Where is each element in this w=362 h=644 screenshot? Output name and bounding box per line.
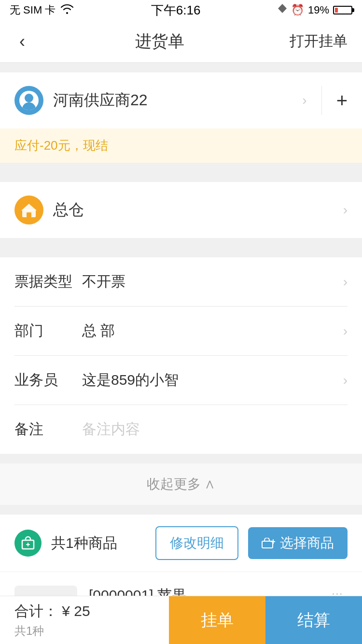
open-hang-button[interactable]: 打开挂单	[290, 31, 348, 51]
divider-3	[0, 238, 362, 248]
status-time: 下午6:16	[151, 2, 201, 19]
invoice-value: 不开票	[82, 272, 343, 292]
carrier-label: 无 SIM 卡	[10, 3, 56, 17]
wifi-icon	[60, 3, 74, 17]
invoice-row[interactable]: 票据类型 不开票 ›	[0, 257, 362, 306]
notice-text: 应付-20元，现结	[14, 138, 108, 153]
supplier-name: 河南供应商22	[53, 90, 302, 111]
staff-chevron-icon: ›	[343, 373, 348, 388]
svg-rect-2	[27, 212, 31, 217]
battery-percent: 19%	[308, 4, 329, 16]
total-label: 合计：	[14, 603, 58, 619]
battery-icon	[333, 6, 352, 14]
warehouse-section: 总仓 ›	[0, 182, 362, 238]
warehouse-icon	[14, 196, 43, 224]
bottom-bar: 合计： ¥ 25 共1种 挂单 结算	[0, 596, 362, 644]
supplier-chevron-icon: ›	[302, 93, 306, 108]
warehouse-row[interactable]: 总仓 ›	[0, 182, 362, 238]
products-header: 共1种商品 修改明细 选择商品	[0, 515, 362, 572]
total-amount: ¥ 25	[62, 603, 90, 619]
hang-button[interactable]: 挂单	[169, 596, 265, 644]
divider-2	[0, 163, 362, 172]
collapse-row[interactable]: 收起更多 ∧	[0, 463, 362, 505]
staff-row[interactable]: 业务员 这是859的小智 ›	[0, 356, 362, 405]
supplier-section: 河南供应商22 › + 应付-20元，现结	[0, 72, 362, 163]
select-product-label: 选择商品	[280, 534, 334, 552]
page-title: 进货单	[135, 30, 184, 53]
dept-value: 总 部	[82, 321, 343, 341]
collapse-label: 收起更多 ∧	[147, 475, 216, 493]
remark-input[interactable]: 备注内容	[82, 420, 348, 439]
staff-value: 这是859的小智	[82, 370, 343, 390]
dept-chevron-icon: ›	[343, 323, 348, 339]
back-button[interactable]: ‹	[14, 27, 30, 56]
notice-bar: 应付-20元，现结	[0, 128, 362, 163]
dept-row[interactable]: 部门 总 部 ›	[0, 307, 362, 355]
location-icon	[278, 3, 287, 17]
products-icon	[14, 530, 42, 557]
supplier-avatar	[14, 86, 43, 115]
select-product-button[interactable]: 选择商品	[248, 527, 348, 559]
form-section: 票据类型 不开票 › 部门 总 部 › 业务员 这是859的小智 › 备注 备注…	[0, 257, 362, 454]
supplier-actions: › +	[302, 86, 348, 115]
dept-label: 部门	[14, 321, 82, 341]
checkout-button[interactable]: 结算	[265, 596, 362, 644]
total-section: 合计： ¥ 25 共1种	[0, 596, 169, 644]
svg-marker-1	[21, 204, 37, 210]
svg-rect-6	[262, 541, 273, 548]
nav-bar: ‹ 进货单 打开挂单	[0, 20, 362, 63]
supplier-divider	[321, 86, 322, 115]
total-main: 合计： ¥ 25	[14, 602, 154, 621]
alarm-icon: ⏰	[291, 4, 304, 16]
warehouse-name: 总仓	[53, 199, 343, 221]
remark-row[interactable]: 备注 备注内容	[0, 405, 362, 454]
add-supplier-button[interactable]: +	[336, 90, 348, 112]
divider-1	[0, 63, 362, 72]
invoice-label: 票据类型	[14, 272, 82, 292]
products-count: 共1种商品	[51, 533, 155, 553]
invoice-chevron-icon: ›	[343, 274, 348, 290]
warehouse-chevron-icon: ›	[343, 202, 348, 218]
remark-label: 备注	[14, 420, 82, 439]
edit-detail-button[interactable]: 修改明细	[155, 526, 238, 560]
status-right: ⏰ 19%	[278, 3, 352, 17]
status-bar: 无 SIM 卡 下午6:16 ⏰ 19%	[0, 0, 362, 20]
status-left: 无 SIM 卡	[10, 3, 74, 17]
supplier-row[interactable]: 河南供应商22 › +	[0, 72, 362, 128]
total-sub: 共1种	[14, 623, 154, 639]
staff-label: 业务员	[14, 370, 82, 390]
